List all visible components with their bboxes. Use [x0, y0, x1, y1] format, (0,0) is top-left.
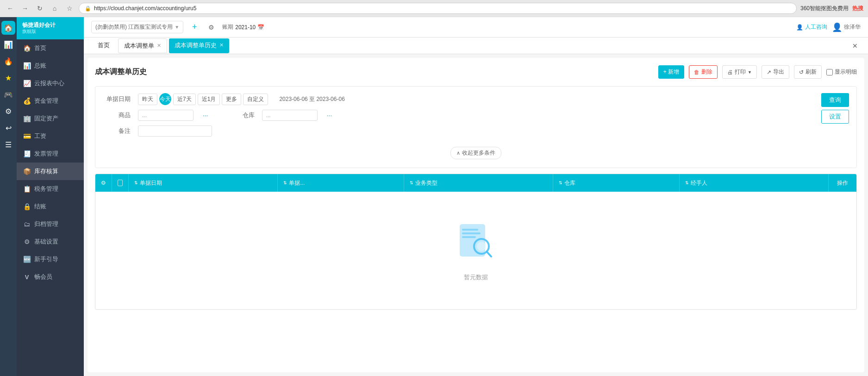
app-icon-1[interactable]: 🏠 [1, 21, 15, 35]
company-name: (勿删勿禁用) 江西服宝测试专用 [95, 23, 173, 31]
tab-cost-adjust[interactable]: 成本调整单 ✕ [118, 38, 167, 53]
app-icon-3[interactable]: 🔥 [1, 54, 15, 68]
th-operator[interactable]: ⇅ 经手人 [680, 174, 829, 192]
empty-state: 暂元数据 [95, 192, 856, 309]
print-button[interactable]: 🖨 打印 ▼ [722, 65, 757, 79]
filter-row-date: 单据日期 昨天 今天 近7天 近1月 更多 自定义 2023-06-06 至 2… [103, 93, 814, 105]
star-button[interactable]: ☆ [64, 3, 75, 14]
export-button[interactable]: ↗ 导出 [762, 65, 789, 79]
sidebar-item-guide[interactable]: 🆕 新手引导 [17, 251, 84, 268]
sidebar-item-home[interactable]: 🏠 首页 [17, 39, 84, 57]
app-icon-4[interactable]: ★ [1, 71, 15, 85]
user-service[interactable]: 👤 人工咨询 [796, 23, 827, 31]
app-icon-6[interactable]: ⚙ [1, 104, 15, 118]
sidebar-item-ledger[interactable]: 📊 总账 [17, 57, 84, 75]
warehouse-selector[interactable]: ... [262, 110, 318, 121]
product-filter-label: 商品 [103, 111, 131, 119]
add-company-button[interactable]: + [189, 22, 200, 33]
browser-toolbar: ← → ↻ ⌂ ☆ 🔒 https://cloud.chanjet.com/ac… [0, 0, 868, 17]
app-header: (勿删勿禁用) 江西服宝测试专用 ▼ + ⚙ 账期 2021-10 📅 👤 人工… [84, 17, 868, 38]
display-cols-toggle[interactable]: 显示明细 [826, 68, 857, 76]
sidebar-item-vip[interactable]: V 畅会员 [17, 268, 84, 286]
sidebar-item-invoice[interactable]: 🧾 发票管理 [17, 145, 84, 163]
svg-rect-3 [462, 236, 476, 238]
forward-button[interactable]: → [19, 3, 31, 14]
page-title-bar: 成本调整单历史 + 新增 🗑 删除 🖨 打印 ▼ ↗ 导出 [95, 65, 857, 79]
sidebar-item-salary[interactable]: 💳 工资 [17, 127, 84, 145]
th-check[interactable] [112, 174, 129, 192]
th-settings[interactable]: ⚙ [95, 174, 112, 192]
user-info[interactable]: 👤 徐泽华 [832, 22, 861, 32]
tab-cost-adjust-history-close[interactable]: ✕ [219, 42, 224, 48]
vip-icon: V [23, 274, 31, 281]
app-icon-7[interactable]: ↩ [1, 121, 15, 135]
query-button[interactable]: 查询 [821, 93, 849, 107]
sidebar-item-capital[interactable]: 💰 资金管理 [17, 92, 84, 110]
address-bar[interactable]: 🔒 https://cloud.chanjet.com/accounting/u… [79, 3, 797, 14]
delete-button[interactable]: 🗑 删除 [689, 65, 718, 79]
filter-settings-button[interactable]: 设置 [821, 110, 849, 124]
ledger-icon: 📊 [23, 62, 31, 69]
home-button[interactable]: ⌂ [49, 3, 60, 14]
collapse-label: 收起更多条件 [462, 149, 495, 157]
sidebar-item-settings[interactable]: ⚙ 基础设置 [17, 233, 84, 251]
sidebar-item-archive[interactable]: 🗂 归档管理 [17, 215, 84, 233]
archive-icon: 🗂 [23, 220, 31, 228]
calendar-icon[interactable]: 📅 [257, 24, 264, 31]
one-month-btn[interactable]: 近1月 [198, 94, 220, 105]
remark-input[interactable] [138, 125, 212, 137]
app-container: 🏠 📊 🔥 ★ 🎮 ⚙ ↩ ☰ 畅捷通好会计 旗舰版 🏠 首页 📊 总账 [0, 17, 868, 376]
back-button[interactable]: ← [5, 3, 16, 14]
refresh-button[interactable]: ↺ 刷新 [794, 65, 822, 79]
service-label: 人工咨询 [805, 23, 827, 31]
collapse-button[interactable]: ∧ 收起更多条件 [450, 147, 501, 159]
reload-button[interactable]: ↻ [34, 3, 45, 14]
sidebar-item-tax[interactable]: 📋 税务管理 [17, 180, 84, 198]
select-all-checkbox[interactable] [118, 180, 123, 186]
add-button[interactable]: + 新增 [658, 65, 684, 79]
app-icon-8[interactable]: ☰ [1, 138, 15, 151]
display-cols-checkbox[interactable] [826, 69, 833, 75]
th-warehouse[interactable]: ⇅ 仓库 [553, 174, 680, 192]
print-label: 打印 [735, 68, 746, 76]
seven-days-btn[interactable]: 近7天 [173, 94, 196, 105]
company-settings-button[interactable]: ⚙ [206, 22, 217, 33]
sidebar-label-guide: 新手引导 [34, 255, 58, 263]
filter-row-remark: 备注 [103, 125, 814, 137]
th-actions: 操作 [829, 174, 856, 192]
today-btn[interactable]: 今天 [159, 93, 171, 105]
sidebar-item-closing[interactable]: 🔒 结账 [17, 198, 84, 215]
more-btn[interactable]: 更多 [222, 94, 241, 105]
company-dropdown-icon: ▼ [175, 25, 179, 30]
sidebar-item-fixed-assets[interactable]: 🏢 固定资产 [17, 110, 84, 127]
period-label: 账期 [222, 23, 233, 31]
tab-cost-adjust-close[interactable]: ✕ [157, 43, 161, 49]
app-icon-5[interactable]: 🎮 [1, 88, 15, 101]
tax-icon: 📋 [23, 185, 31, 193]
main-area: (勿删勿禁用) 江西服宝测试专用 ▼ + ⚙ 账期 2021-10 📅 👤 人工… [84, 17, 868, 376]
app-header-right: 👤 人工咨询 👤 徐泽华 [796, 22, 861, 32]
tab-cost-adjust-history[interactable]: 成本调整单历史 ✕ [169, 38, 229, 53]
company-selector[interactable]: (勿删勿禁用) 江西服宝测试专用 ▼ [91, 21, 183, 33]
user-name: 徐泽华 [844, 23, 861, 31]
th-type[interactable]: ⇅ 业务类型 [404, 174, 553, 192]
yesterday-btn[interactable]: 昨天 [138, 94, 157, 105]
tab-home[interactable]: 首页 [91, 38, 116, 54]
close-all-tabs-button[interactable]: ✕ [849, 40, 861, 51]
app-header-left: (勿删勿禁用) 江西服宝测试专用 ▼ + ⚙ 账期 2021-10 📅 [91, 21, 791, 33]
th-date[interactable]: ⇅ 单据日期 [129, 174, 278, 192]
th-num[interactable]: ⇅ 单据... [278, 174, 404, 192]
sidebar-item-reports[interactable]: 📈 云报表中心 [17, 75, 84, 92]
product-selector[interactable]: ... [138, 110, 194, 121]
svg-point-5 [477, 242, 486, 251]
invoice-icon: 🧾 [23, 150, 31, 157]
custom-btn[interactable]: 自定义 [243, 94, 268, 105]
filter-row-product-warehouse: 商品 ... ··· 仓库 ... ··· [103, 110, 814, 121]
print-dropdown-icon: ▼ [748, 70, 752, 75]
sidebar-item-inventory[interactable]: 📦 库存核算 [17, 163, 84, 180]
delete-icon: 🗑 [694, 69, 699, 75]
sort-warehouse-icon: ⇅ [559, 181, 562, 185]
warehouse-ellipsis[interactable]: ··· [325, 112, 334, 119]
app-icon-2[interactable]: 📊 [1, 38, 15, 51]
product-ellipsis[interactable]: ··· [201, 112, 210, 119]
